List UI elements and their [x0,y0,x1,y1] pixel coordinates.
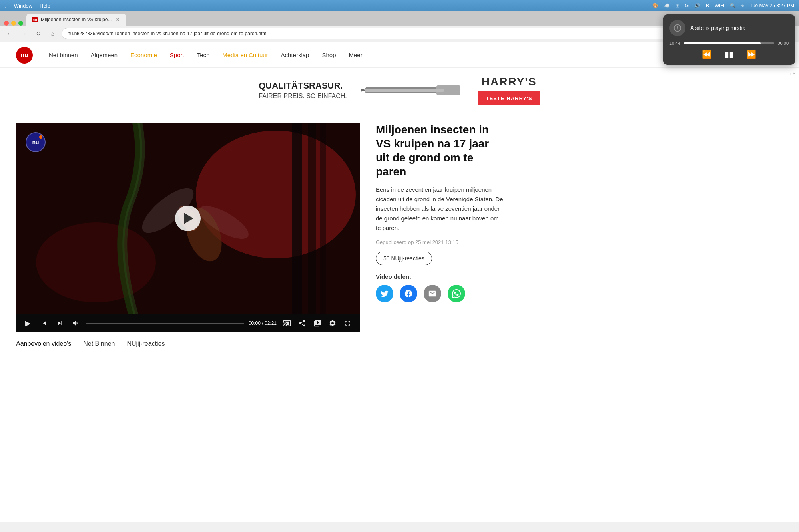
ad-headline1: QUALITÄTSRASUR. [259,81,347,91]
menu-help[interactable]: Help [40,3,50,9]
cast-button[interactable] [281,318,293,329]
home-button[interactable]: ⌂ [47,28,58,39]
ad-brand: HARRY'S [478,75,540,88]
ad-cta-button[interactable]: TESTE HARRY'S [478,91,540,105]
media-forward-button[interactable]: ⏩ [746,50,756,59]
wifi-icon[interactable]: WiFi [715,3,724,8]
svg-point-6 [36,222,156,302]
play-pause-button[interactable]: ▶ [22,318,34,329]
progress-bar[interactable] [86,323,244,324]
nav-tech[interactable]: Tech [191,42,216,68]
media-progress-fill [684,42,761,44]
video-player: nu ▶ [16,123,360,332]
bluetooth-icon[interactable]: B [706,3,709,8]
rewind-10s-button[interactable] [38,318,50,329]
media-notification-header: A site is playing media [669,20,789,36]
controls-right [281,318,353,329]
site-logo[interactable]: nu [16,47,33,64]
nav-achterklap[interactable]: Achterklap [275,42,316,68]
media-progress-row: 10:44 00:00 [669,41,789,46]
share-whatsapp-button[interactable] [448,285,465,302]
media-notification-controls: ⏪ ▮▮ ⏩ [669,50,789,59]
forward-button[interactable]: → [18,28,30,39]
datetime-display: Tue May 25 3:27 PM [750,3,794,8]
tab-title: Miljoenen insecten in VS kruipe... [41,17,112,22]
website-content: nu Net binnen Algemeen Economie Sport Te… [0,42,799,522]
ad-label: i [790,71,791,76]
menu-window[interactable]: Window [14,3,32,9]
video-thumbnail[interactable]: nu [16,123,360,314]
new-tab-button[interactable]: + [128,14,139,26]
media-notification-popup: A site is playing media 10:44 00:00 ⏪ ▮▮… [663,14,795,65]
article-date: Gepubliceerd op 25 mei 2021 13:15 [376,239,504,245]
back-button[interactable]: ← [4,28,15,39]
google-icon[interactable]: G [685,3,689,8]
notification-icon[interactable]: ☁️ [664,3,670,8]
share-button[interactable] [297,318,308,329]
ad-close-button[interactable]: ✕ [792,71,796,76]
nu-watermark: nu [26,132,46,152]
reactions-button[interactable]: 50 NUjij-reacties [376,252,432,265]
macos-menu-bar:  Window Help 🎨 ☁️ ⊞ G 🔊 B WiFi 🔍 ⎆ Tue … [0,0,799,11]
address-text: nu.nl/287336/video/miljoenen-insecten-in… [68,31,267,36]
nu-dot [39,135,42,139]
search-icon[interactable]: 🔍 [730,3,736,8]
close-window-button[interactable] [4,21,9,26]
share-facebook-button[interactable] [400,285,417,302]
share-section: Video delen: [376,273,504,302]
media-time-right: 00:00 [777,41,789,46]
settings-button[interactable] [327,318,338,329]
media-pause-button[interactable]: ▮▮ [725,50,733,59]
play-triangle-icon [184,213,193,224]
tab-nujij-reactions[interactable]: NUjij-reacties [127,340,165,351]
volume-button[interactable] [70,318,82,329]
playlist-button[interactable] [312,318,323,329]
media-progress-bar[interactable] [684,42,775,44]
ad-razor-image [357,74,468,106]
media-notification-title: A site is playing media [690,25,746,31]
ad-right: HARRY'S TESTE HARRY'S [478,75,540,105]
skip-forward-button[interactable] [54,318,66,329]
minimize-window-button[interactable] [11,21,16,26]
ad-text: QUALITÄTSRASUR. FAIRER PREIS. SO EINFACH… [259,81,347,100]
play-button[interactable] [175,206,201,231]
grid-icon[interactable]: ⊞ [675,3,679,8]
tab-recommended-videos[interactable]: Aanbevolen video's [16,340,71,351]
nav-net-binnen[interactable]: Net binnen [42,42,84,68]
apple-menu[interactable]:  [5,3,7,9]
media-notification-icon [669,20,685,36]
nav-meer[interactable]: Meer [343,42,369,68]
nu-logo-text: nu [32,139,39,145]
reload-button[interactable]: ↻ [33,28,44,39]
control-center-icon[interactable]: ⎆ [741,3,744,8]
active-tab[interactable]: nu Miljoenen insecten in VS kruipe... ✕ [26,14,126,26]
video-controls: ▶ [16,314,360,332]
share-twitter-button[interactable] [376,285,393,302]
nav-algemeen[interactable]: Algemeen [84,42,124,68]
tab-net-binnen[interactable]: Net Binnen [83,340,115,351]
nav-sport[interactable]: Sport [163,42,191,68]
bottom-tabs: Aanbevolen video's Net Binnen NUjij-reac… [16,340,360,351]
media-time-left: 10:44 [669,41,681,46]
article-title: Miljoenen insecten in VS kruipen na 17 j… [376,123,504,179]
nav-shop[interactable]: Shop [315,42,342,68]
nav-economie[interactable]: Economie [124,42,163,68]
video-container: nu ▶ [16,123,360,351]
advertisement-banner: QUALITÄTSRASUR. FAIRER PREIS. SO EINFACH… [0,68,799,113]
share-icons [376,285,504,302]
fullscreen-button[interactable] [342,318,353,329]
tab-close-button[interactable]: ✕ [115,17,120,22]
share-email-button[interactable] [424,285,441,302]
nav-media-cultuur[interactable]: Media en Cultuur [216,42,274,68]
media-rewind-button[interactable]: ⏪ [702,50,712,59]
article-body: Eens in de zeventien jaar kruipen miljoe… [376,185,504,233]
tab-favicon: nu [32,17,38,22]
article-sidebar: Miljoenen insecten in VS kruipen na 17 j… [376,123,504,351]
creative-cloud-icon[interactable]: 🎨 [652,3,658,8]
maximize-window-button[interactable] [18,21,23,26]
volume-icon[interactable]: 🔊 [694,3,700,8]
traffic-lights [4,21,23,26]
time-display: 00:00 / 02:21 [249,320,277,326]
svg-rect-3 [365,89,444,92]
main-content: nu ▶ [0,113,520,361]
